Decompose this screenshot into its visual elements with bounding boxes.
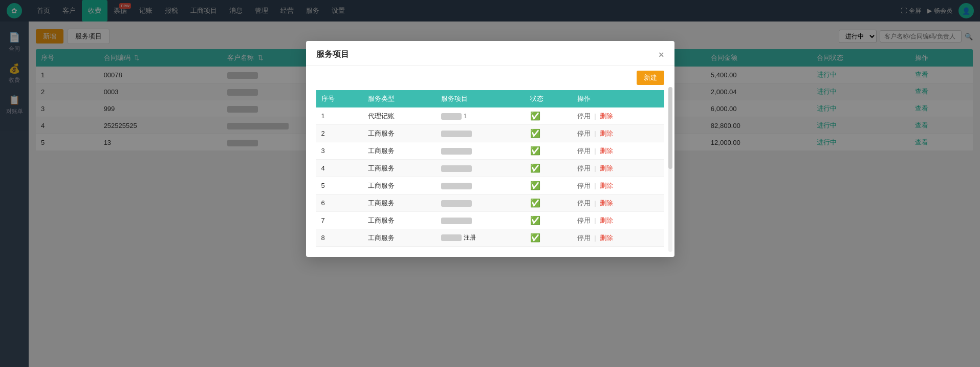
modal-close-button[interactable]: × — [659, 50, 664, 59]
delete-button[interactable]: 删除 — [600, 234, 613, 242]
modal-cell-type: 工商服务 — [363, 142, 436, 160]
modal-title: 服务项目 — [316, 49, 349, 60]
service-modal: 服务项目 × 新建 序号 服务类型 服务项目 状态 操作 1 代理记账 — [306, 41, 674, 257]
modal-table-row: 1 代理记账 1 ✅ 停用 | 删除 — [316, 107, 664, 125]
stop-button[interactable]: 停用 — [577, 147, 591, 155]
delete-button[interactable]: 删除 — [600, 129, 613, 137]
status-check-icon: ✅ — [530, 199, 540, 207]
modal-cell-item — [436, 125, 526, 142]
modal-table-header: 序号 服务类型 服务项目 状态 操作 — [316, 90, 664, 107]
modal-cell-action: 停用 | 删除 — [572, 177, 664, 195]
stop-button[interactable]: 停用 — [577, 164, 591, 172]
modal-cell-action: 停用 | 删除 — [572, 125, 664, 142]
modal-cell-seq: 5 — [316, 177, 363, 195]
stop-button[interactable]: 停用 — [577, 217, 591, 224]
scrollbar-thumb — [668, 87, 672, 169]
modal-cell-seq: 4 — [316, 160, 363, 177]
modal-cell-type: 代理记账 — [363, 107, 436, 125]
modal-cell-item — [436, 177, 526, 195]
modal-cell-action: 停用 | 删除 — [572, 229, 664, 247]
modal-cell-type: 工商服务 — [363, 212, 436, 229]
modal-table-row: 2 工商服务 ✅ 停用 | 删除 — [316, 125, 664, 142]
modal-cell-item — [436, 160, 526, 177]
status-check-icon: ✅ — [530, 129, 540, 138]
modal-col-action: 操作 — [572, 90, 664, 107]
modal-cell-item: 1 — [436, 107, 526, 125]
delete-button[interactable]: 删除 — [600, 199, 613, 207]
stop-button[interactable]: 停用 — [577, 129, 591, 137]
modal-cell-action: 停用 | 删除 — [572, 107, 664, 125]
status-check-icon: ✅ — [530, 216, 540, 225]
modal-cell-type: 工商服务 — [363, 160, 436, 177]
status-check-icon: ✅ — [530, 181, 540, 190]
modal-body: 序号 服务类型 服务项目 状态 操作 1 代理记账 1 ✅ 停用 | 删除 2 … — [306, 90, 674, 257]
modal-cell-action: 停用 | 删除 — [572, 195, 664, 212]
modal-cell-type: 工商服务 — [363, 177, 436, 195]
modal-col-item: 服务项目 — [436, 90, 526, 107]
modal-cell-item — [436, 212, 526, 229]
modal-cell-status: ✅ — [525, 212, 572, 229]
modal-cell-seq: 2 — [316, 125, 363, 142]
delete-button[interactable]: 删除 — [600, 182, 613, 189]
modal-cell-type: 工商服务 — [363, 229, 436, 247]
modal-cell-status: ✅ — [525, 125, 572, 142]
stop-button[interactable]: 停用 — [577, 182, 591, 189]
modal-cell-seq: 7 — [316, 212, 363, 229]
modal-new-button[interactable]: 新建 — [637, 71, 664, 85]
modal-cell-seq: 8 — [316, 229, 363, 247]
modal-cell-status: ✅ — [525, 195, 572, 212]
stop-button[interactable]: 停用 — [577, 112, 591, 120]
modal-overlay[interactable]: 服务项目 × 新建 序号 服务类型 服务项目 状态 操作 1 代理记账 — [0, 0, 980, 367]
modal-cell-action: 停用 | 删除 — [572, 142, 664, 160]
modal-cell-type: 工商服务 — [363, 125, 436, 142]
delete-button[interactable]: 删除 — [600, 164, 613, 172]
stop-button[interactable]: 停用 — [577, 234, 591, 242]
modal-header: 服务项目 × — [306, 41, 674, 66]
modal-cell-type: 工商服务 — [363, 195, 436, 212]
modal-cell-status: ✅ — [525, 177, 572, 195]
modal-table-row: 7 工商服务 ✅ 停用 | 删除 — [316, 212, 664, 229]
modal-table-row: 5 工商服务 ✅ 停用 | 删除 — [316, 177, 664, 195]
modal-cell-action: 停用 | 删除 — [572, 160, 664, 177]
modal-cell-seq: 3 — [316, 142, 363, 160]
delete-button[interactable]: 删除 — [600, 217, 613, 224]
delete-button[interactable]: 删除 — [600, 147, 613, 155]
modal-cell-item — [436, 195, 526, 212]
modal-cell-status: ✅ — [525, 160, 572, 177]
modal-table-row: 4 工商服务 ✅ 停用 | 删除 — [316, 160, 664, 177]
modal-toolbar: 新建 — [306, 66, 674, 90]
scrollbar-track — [668, 87, 672, 252]
modal-cell-item — [436, 142, 526, 160]
modal-cell-status: ✅ — [525, 229, 572, 247]
modal-col-seq: 序号 — [316, 90, 363, 107]
modal-table-row: 8 工商服务 注册 ✅ 停用 | 删除 — [316, 229, 664, 247]
modal-cell-seq: 1 — [316, 107, 363, 125]
modal-cell-item: 注册 — [436, 229, 526, 247]
stop-button[interactable]: 停用 — [577, 199, 591, 207]
modal-col-status: 状态 — [525, 90, 572, 107]
status-check-icon: ✅ — [530, 164, 540, 172]
modal-col-type: 服务类型 — [363, 90, 436, 107]
status-check-icon: ✅ — [530, 112, 540, 120]
modal-cell-status: ✅ — [525, 107, 572, 125]
modal-table-row: 6 工商服务 ✅ 停用 | 删除 — [316, 195, 664, 212]
modal-cell-status: ✅ — [525, 142, 572, 160]
modal-cell-seq: 6 — [316, 195, 363, 212]
modal-table-row: 3 工商服务 ✅ 停用 | 删除 — [316, 142, 664, 160]
status-check-icon: ✅ — [530, 146, 540, 155]
status-check-icon: ✅ — [530, 233, 540, 242]
delete-button[interactable]: 删除 — [600, 112, 613, 120]
modal-cell-action: 停用 | 删除 — [572, 212, 664, 229]
